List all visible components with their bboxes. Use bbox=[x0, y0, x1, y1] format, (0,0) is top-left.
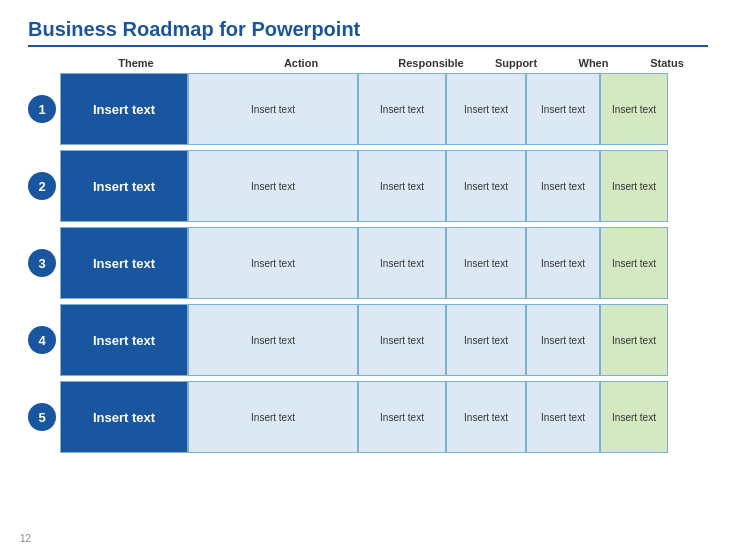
header-status: Status bbox=[631, 57, 703, 69]
cell-status[interactable]: Insert text bbox=[600, 304, 668, 376]
cell-when[interactable]: Insert text bbox=[526, 150, 600, 222]
cell-responsible[interactable]: Insert text bbox=[358, 381, 446, 453]
cell-support[interactable]: Insert text bbox=[446, 227, 526, 299]
table-row: 2Insert textInsert textInsert textInsert… bbox=[28, 150, 708, 222]
cell-status[interactable]: Insert text bbox=[600, 381, 668, 453]
cell-theme[interactable]: Insert text bbox=[60, 73, 188, 145]
header-theme: Theme bbox=[56, 57, 216, 69]
header-action: Action bbox=[216, 57, 386, 69]
cell-responsible[interactable]: Insert text bbox=[358, 304, 446, 376]
cell-status[interactable]: Insert text bbox=[600, 150, 668, 222]
header-responsible: Responsible bbox=[386, 57, 476, 69]
cell-theme[interactable]: Insert text bbox=[60, 304, 188, 376]
row-number: 5 bbox=[28, 403, 56, 431]
table-row: 1Insert textInsert textInsert textInsert… bbox=[28, 73, 708, 145]
row-number: 4 bbox=[28, 326, 56, 354]
cell-action[interactable]: Insert text bbox=[188, 304, 358, 376]
cell-status[interactable]: Insert text bbox=[600, 227, 668, 299]
cell-when[interactable]: Insert text bbox=[526, 381, 600, 453]
cell-when[interactable]: Insert text bbox=[526, 304, 600, 376]
header-support: Support bbox=[476, 57, 556, 69]
cell-responsible[interactable]: Insert text bbox=[358, 150, 446, 222]
cell-action[interactable]: Insert text bbox=[188, 150, 358, 222]
cell-theme[interactable]: Insert text bbox=[60, 150, 188, 222]
cell-theme[interactable]: Insert text bbox=[60, 227, 188, 299]
cell-action[interactable]: Insert text bbox=[188, 381, 358, 453]
cell-support[interactable]: Insert text bbox=[446, 73, 526, 145]
page-number: 12 bbox=[20, 533, 31, 544]
cell-support[interactable]: Insert text bbox=[446, 304, 526, 376]
cell-action[interactable]: Insert text bbox=[188, 73, 358, 145]
row-number: 3 bbox=[28, 249, 56, 277]
cell-action[interactable]: Insert text bbox=[188, 227, 358, 299]
cell-when[interactable]: Insert text bbox=[526, 73, 600, 145]
table-row: 4Insert textInsert textInsert textInsert… bbox=[28, 304, 708, 376]
cell-support[interactable]: Insert text bbox=[446, 381, 526, 453]
rows-container: 1Insert textInsert textInsert textInsert… bbox=[28, 73, 708, 453]
cell-theme[interactable]: Insert text bbox=[60, 381, 188, 453]
cell-status[interactable]: Insert text bbox=[600, 73, 668, 145]
cell-responsible[interactable]: Insert text bbox=[358, 227, 446, 299]
row-number: 2 bbox=[28, 172, 56, 200]
cell-responsible[interactable]: Insert text bbox=[358, 73, 446, 145]
cell-when[interactable]: Insert text bbox=[526, 227, 600, 299]
row-number: 1 bbox=[28, 95, 56, 123]
header-row: Theme Action Responsible Support When St… bbox=[28, 57, 708, 69]
title-divider bbox=[28, 45, 708, 47]
page-title: Business Roadmap for Powerpoint bbox=[28, 18, 708, 41]
page: Business Roadmap for Powerpoint Theme Ac… bbox=[0, 0, 736, 552]
header-when: When bbox=[556, 57, 631, 69]
table-row: 3Insert textInsert textInsert textInsert… bbox=[28, 227, 708, 299]
table-row: 5Insert textInsert textInsert textInsert… bbox=[28, 381, 708, 453]
cell-support[interactable]: Insert text bbox=[446, 150, 526, 222]
